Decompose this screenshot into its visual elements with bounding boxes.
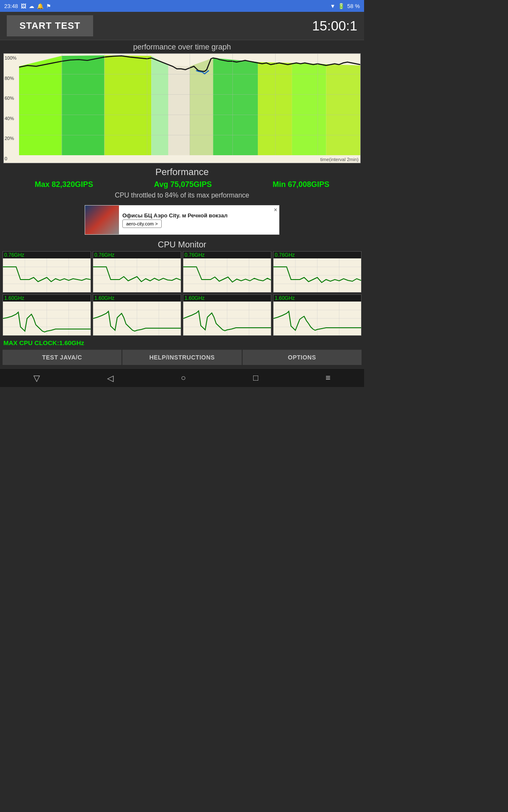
svg-marker-4 xyxy=(168,66,190,155)
nav-recent-icon[interactable]: □ xyxy=(253,373,258,383)
photo-icon: 🖼 xyxy=(21,3,26,9)
svg-marker-3 xyxy=(151,56,168,155)
nav-down-icon[interactable]: ▽ xyxy=(33,373,40,383)
ad-image xyxy=(85,205,119,235)
performance-stats: Max 82,320GIPS Avg 75,075GIPS Min 67,008… xyxy=(4,180,360,189)
timer-display: 15:00:1 xyxy=(312,18,357,34)
max-stat: Max 82,320GIPS xyxy=(35,180,93,189)
cpu-core-3: 0.76GHz xyxy=(183,251,271,293)
status-bar-right: ▼ 🔋 58 % xyxy=(330,3,360,9)
cpu-core-6-freq: 1.60GHz xyxy=(93,295,181,302)
cpu-core-3-freq: 0.76GHz xyxy=(183,252,271,258)
cloud-icon: ☁ xyxy=(29,3,34,9)
avg-stat: Avg 75,075GIPS xyxy=(154,180,212,189)
status-bar: 23:48 🖼 ☁ 🔔 ⚑ ▼ 🔋 58 % xyxy=(0,0,364,12)
max-cpu-label: MAX CPU CLOCK:1.60GHz xyxy=(0,337,364,348)
cpu-grid: 0.76GHz 0.76GHz xyxy=(0,251,364,336)
svg-marker-9 xyxy=(326,64,360,155)
performance-section: Performance Max 82,320GIPS Avg 75,075GIP… xyxy=(0,163,364,202)
throttle-info: CPU throttled to 84% of its max performa… xyxy=(4,192,360,199)
cpu-core-4-freq: 0.76GHz xyxy=(273,252,361,258)
ad-url-button[interactable]: aero-city.com > xyxy=(122,219,162,228)
y-axis-labels: 100% 80% 60% 40% 20% 0 xyxy=(4,54,19,163)
svg-marker-8 xyxy=(292,63,326,155)
nav-back-icon[interactable]: ◁ xyxy=(107,373,113,383)
min-stat: Min 67,008GIPS xyxy=(273,180,329,189)
bottom-buttons: TEST JAVA/C HELP/INSTRUCTIONS OPTIONS xyxy=(0,348,364,367)
battery-percent: 58 % xyxy=(347,3,360,9)
help-instructions-button[interactable]: HELP/INSTRUCTIONS xyxy=(122,350,241,365)
battery-icon: 🔋 xyxy=(338,3,345,9)
cpu-monitor-section: CPU Monitor 0.76GHz 0.76GHz xyxy=(0,238,364,337)
cpu-core-1: 0.76GHz xyxy=(3,251,91,293)
svg-marker-0 xyxy=(19,56,62,155)
cpu-core-2: 0.76GHz xyxy=(93,251,181,293)
cpu-core-1-freq: 0.76GHz xyxy=(3,252,91,258)
ad-banner[interactable]: × Офисы БЦ Аэро City. м Речной вокзал ae… xyxy=(85,205,279,235)
cpu-core-5: 1.60GHz xyxy=(3,294,91,336)
ad-source: Яндекс.Директ xyxy=(222,225,269,233)
notification-icon: 🔔 xyxy=(37,3,44,9)
ad-container: × Офисы БЦ Аэро City. м Речной вокзал ae… xyxy=(0,202,364,238)
time-label: time(interval 2min) xyxy=(320,157,359,162)
header: START TEST 15:00:1 xyxy=(0,12,364,40)
ad-close-button[interactable]: × xyxy=(274,206,277,213)
navigation-bar: ▽ ◁ ○ □ ≡ xyxy=(0,368,364,387)
test-java-c-button[interactable]: TEST JAVA/C xyxy=(3,350,121,365)
nav-menu-icon[interactable]: ≡ xyxy=(326,373,331,383)
performance-graph: 100% 80% 60% 40% 20% 0 xyxy=(3,53,361,163)
options-button[interactable]: OPTIONS xyxy=(243,350,362,365)
graph-section: performance over time graph 100% 80% 60%… xyxy=(0,40,364,163)
graph-title: performance over time graph xyxy=(0,43,364,52)
cpu-core-6: 1.60GHz xyxy=(93,294,181,336)
graph-area xyxy=(19,54,360,155)
ad-title: Офисы БЦ Аэро City. м Речной вокзал xyxy=(122,212,276,219)
cpu-core-2-freq: 0.76GHz xyxy=(93,252,181,258)
performance-title: Performance xyxy=(4,167,360,178)
cpu-core-7: 1.60GHz xyxy=(183,294,271,336)
svg-marker-6 xyxy=(213,58,258,155)
svg-marker-1 xyxy=(62,55,105,155)
cpu-core-4: 0.76GHz xyxy=(273,251,362,293)
status-bar-left: 23:48 🖼 ☁ 🔔 ⚑ xyxy=(4,3,51,9)
svg-marker-2 xyxy=(105,55,152,155)
cpu-core-8: 1.60GHz xyxy=(273,294,362,336)
cpu-monitor-title: CPU Monitor xyxy=(0,240,364,250)
wifi-icon: ▼ xyxy=(330,3,335,9)
flag-icon: ⚑ xyxy=(46,3,51,9)
cpu-core-7-freq: 1.60GHz xyxy=(183,295,271,302)
time-display: 23:48 xyxy=(4,3,18,9)
svg-marker-5 xyxy=(190,58,213,155)
nav-home-icon[interactable]: ○ xyxy=(181,373,186,383)
start-test-button[interactable]: START TEST xyxy=(7,15,93,36)
cpu-core-8-freq: 1.60GHz xyxy=(273,295,361,302)
cpu-core-5-freq: 1.60GHz xyxy=(3,295,91,302)
